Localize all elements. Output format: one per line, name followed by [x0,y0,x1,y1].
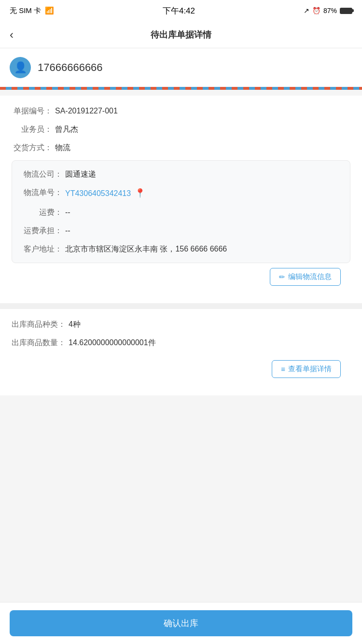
goods-quantity-row: 出库商品数量： 14.6200000000000001件 [12,337,350,349]
battery-percent: 87% [323,7,337,14]
address-value: 北京市市辖区海淀区永丰南 张，156 6666 6666 [65,243,340,255]
logistics-company-row: 物流公司： 圆通速递 [22,168,340,180]
back-button[interactable]: ‹ [10,28,14,42]
customer-header: 👤 17666666666 [0,48,362,87]
freight-value: -- [65,207,340,218]
goods-section: 出库商品种类： 4种 出库商品数量： 14.6200000000000001件 … [0,309,362,395]
staff-label: 业务员： [12,124,55,135]
goods-type-label: 出库商品种类： [12,319,69,330]
status-bar: 无 SIM 卡 📶 下午4:42 ↗ ⏰ 87% [0,0,362,21]
goods-type-value: 4种 [69,319,350,330]
staff-value: 曾凡杰 [55,124,350,135]
address-row: 客户地址： 北京市市辖区海淀区永丰南 张，156 6666 6666 [22,243,340,255]
tracking-no-row: 物流单号： YT43064053424​13 📍 [22,187,340,200]
status-left: 无 SIM 卡 📶 [10,6,54,15]
goods-quantity-label: 出库商品数量： [12,337,69,349]
order-no-label: 单据编号： [12,105,55,117]
view-details-label: 查看单据详情 [288,364,332,374]
confirm-btn-container: 确认出库 [0,602,362,644]
avatar: 👤 [10,57,31,78]
view-details-button[interactable]: ≡ 查看单据详情 [272,360,341,378]
bottom-spacer [0,395,362,601]
address-label: 客户地址： [22,243,65,255]
nav-bar: ‹ 待出库单据详情 [0,21,362,48]
staff-row: 业务员： 曾凡杰 [12,124,350,135]
alarm-icon: ⏰ [312,7,320,14]
tracking-no-text: YT43064053424​13 [65,188,131,199]
delivery-value: 物流 [55,142,350,154]
order-no-row: 单据编号： SA-20191227-001 [12,105,350,117]
page-title: 待出库单据详情 [151,29,211,41]
order-info-section: 单据编号： SA-20191227-001 业务员： 曾凡杰 交货方式： 物流 … [0,96,362,303]
delivery-label: 交货方式： [12,142,55,154]
location-pin-icon[interactable]: 📍 [135,187,145,200]
view-details-icon: ≡ [281,365,285,373]
section-divider [0,303,362,309]
delivery-row: 交货方式： 物流 [12,142,350,154]
dashed-divider [0,87,362,90]
freight-bearer-label: 运费承担： [22,225,65,237]
carrier-text: 无 SIM 卡 [10,6,41,15]
confirm-outbound-button[interactable]: 确认出库 [10,610,352,636]
logistics-company-value: 圆通速递 [65,168,340,180]
avatar-icon: 👤 [14,61,27,74]
edit-btn-container: ✏ 编辑物流信息 [12,263,350,294]
goods-type-row: 出库商品种类： 4种 [12,319,350,330]
edit-logistics-button[interactable]: ✏ 编辑物流信息 [270,268,341,286]
freight-bearer-row: 运费承担： -- [22,225,340,237]
logistics-card: 物流公司： 圆通速递 物流单号： YT43064053424​13 📍 运费： … [12,160,350,263]
battery-icon [340,8,352,14]
edit-logistics-label: 编辑物流信息 [288,272,332,281]
status-time: 下午4:42 [163,5,195,16]
view-details-btn-container: ≡ 查看单据详情 [12,355,350,386]
location-icon: ↗ [304,7,309,14]
goods-quantity-value: 14.6200000000000001件 [69,337,350,349]
customer-phone: 17666666666 [38,61,103,74]
freight-label: 运费： [22,207,65,218]
edit-icon: ✏ [279,273,285,281]
order-no-value: SA-20191227-001 [55,105,350,117]
freight-row: 运费： -- [22,207,340,218]
confirm-btn-label: 确认出库 [164,617,198,629]
freight-bearer-value: -- [65,225,340,237]
wifi-icon: 📶 [45,6,54,15]
logistics-company-label: 物流公司： [22,168,65,180]
page-wrapper: 无 SIM 卡 📶 下午4:42 ↗ ⏰ 87% ‹ 待出库单据详情 👤 176… [0,0,362,644]
tracking-no-label: 物流单号： [22,187,65,198]
tracking-no-value: YT43064053424​13 📍 [65,187,340,200]
status-right: ↗ ⏰ 87% [304,7,352,14]
